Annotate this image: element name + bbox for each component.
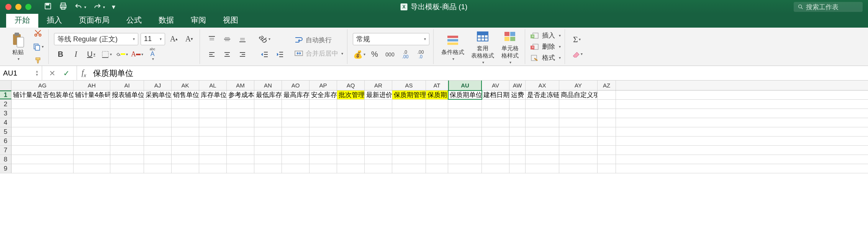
cell-AV5[interactable] <box>482 127 509 136</box>
italic-button[interactable]: I <box>69 48 82 61</box>
column-header-AS[interactable]: AS <box>392 81 426 90</box>
cell-AG9[interactable] <box>11 164 74 173</box>
cell-AH1[interactable]: 辅计量4条码 <box>74 91 110 99</box>
enter-formula-button[interactable]: ✓ <box>63 69 70 78</box>
number-format-select[interactable]: 常规▾ <box>353 33 429 45</box>
tab-home[interactable]: 开始 <box>6 13 38 28</box>
column-header-AW[interactable]: AW <box>509 81 526 90</box>
cell-AK5[interactable] <box>172 127 199 136</box>
cell-AP4[interactable] <box>310 118 337 127</box>
format-as-table-button[interactable]: 套用 表格格式▾ <box>469 28 496 65</box>
cell-AH7[interactable] <box>74 146 110 155</box>
cell-AU7[interactable] <box>448 146 482 155</box>
cell-AR9[interactable] <box>365 164 392 173</box>
column-header-AV[interactable]: AV <box>482 81 509 90</box>
column-header-AR[interactable]: AR <box>365 81 392 90</box>
cell-AV4[interactable] <box>482 118 509 127</box>
cell-AR1[interactable]: 最新进价 <box>365 91 392 99</box>
cell-AM5[interactable] <box>227 127 254 136</box>
cell-AN4[interactable] <box>254 118 282 127</box>
decrease-indent-button[interactable] <box>258 48 271 61</box>
cell-AW5[interactable] <box>509 127 526 136</box>
cell-AT7[interactable] <box>426 146 448 155</box>
column-header-AQ[interactable]: AQ <box>337 81 365 90</box>
cell-AG2[interactable] <box>11 100 74 109</box>
cell-AI7[interactable] <box>110 146 144 155</box>
cell-AM6[interactable] <box>227 137 254 145</box>
print-icon[interactable] <box>59 2 67 12</box>
cell-AL8[interactable] <box>199 155 227 164</box>
cell-AU6[interactable] <box>448 137 482 145</box>
merge-center-button[interactable]: 合并后居中 ▾ <box>294 49 343 58</box>
cell-AO2[interactable] <box>282 100 310 109</box>
column-header-AT[interactable]: AT <box>426 81 448 90</box>
cell-AS3[interactable] <box>392 109 426 118</box>
cell-AQ4[interactable] <box>337 118 365 127</box>
cell-AK7[interactable] <box>172 146 199 155</box>
column-header-AY[interactable]: AY <box>559 81 598 90</box>
cell-AO4[interactable] <box>282 118 310 127</box>
cell-AP8[interactable] <box>310 155 337 164</box>
cell-AR2[interactable] <box>365 100 392 109</box>
align-center-button[interactable] <box>221 48 234 61</box>
fx-label[interactable]: fx <box>77 68 91 78</box>
cell-AT1[interactable]: 保质期 <box>426 91 448 99</box>
cell-AX8[interactable] <box>526 155 559 164</box>
cell-AZ1[interactable] <box>598 91 616 99</box>
cell-AM2[interactable] <box>227 100 254 109</box>
cell-AN8[interactable] <box>254 155 282 164</box>
cell-AP9[interactable] <box>310 164 337 173</box>
cell-AW7[interactable] <box>509 146 526 155</box>
cell-AL3[interactable] <box>199 109 227 118</box>
search-sheet-input[interactable]: 搜索工作表 <box>794 2 863 12</box>
row-header-9[interactable]: 9 <box>0 164 11 173</box>
cell-AH9[interactable] <box>74 164 110 173</box>
cell-AW1[interactable]: 运费 <box>509 91 526 99</box>
column-header-AJ[interactable]: AJ <box>144 81 172 90</box>
font-color-button[interactable]: A▾ <box>131 48 144 61</box>
cell-AG4[interactable] <box>11 118 74 127</box>
insert-cells-button[interactable]: + 插入▾ <box>531 31 561 40</box>
cell-AT3[interactable] <box>426 109 448 118</box>
cell-AN5[interactable] <box>254 127 282 136</box>
cell-AX2[interactable] <box>526 100 559 109</box>
cell-AV1[interactable]: 建档日期 <box>482 91 509 99</box>
row-header-1[interactable]: 1 <box>0 91 11 99</box>
cell-AW8[interactable] <box>509 155 526 164</box>
cell-AI3[interactable] <box>110 109 144 118</box>
cell-AJ3[interactable] <box>144 109 172 118</box>
delete-cells-button[interactable]: × 删除▾ <box>531 42 561 51</box>
cell-AY1[interactable]: 商品自定义项 <box>559 91 598 99</box>
undo-icon[interactable]: ▾ <box>74 3 86 11</box>
cell-AG7[interactable] <box>11 146 74 155</box>
align-left-button[interactable] <box>205 48 218 61</box>
cell-AK9[interactable] <box>172 164 199 173</box>
cell-AV3[interactable] <box>482 109 509 118</box>
column-header-AN[interactable]: AN <box>254 81 282 90</box>
row-header-2[interactable]: 2 <box>0 100 11 109</box>
cell-AW9[interactable] <box>509 164 526 173</box>
cell-AG3[interactable] <box>11 109 74 118</box>
cell-AU8[interactable] <box>448 155 482 164</box>
cell-AJ7[interactable] <box>144 146 172 155</box>
qat-customize-icon[interactable]: ▾ <box>112 3 115 11</box>
cell-AK1[interactable]: 销售单位 <box>172 91 199 99</box>
tab-data[interactable]: 数据 <box>150 13 182 28</box>
cell-AT5[interactable] <box>426 127 448 136</box>
cell-AR7[interactable] <box>365 146 392 155</box>
cell-AV9[interactable] <box>482 164 509 173</box>
cell-AP6[interactable] <box>310 137 337 145</box>
cell-AL5[interactable] <box>199 127 227 136</box>
cell-AV8[interactable] <box>482 155 509 164</box>
tab-insert[interactable]: 插入 <box>38 13 70 28</box>
cell-AL9[interactable] <box>199 164 227 173</box>
cell-AV7[interactable] <box>482 146 509 155</box>
cell-AX3[interactable] <box>526 109 559 118</box>
cell-AH6[interactable] <box>74 137 110 145</box>
cell-AJ6[interactable] <box>144 137 172 145</box>
format-painter-button[interactable] <box>31 54 44 67</box>
underline-button[interactable]: U▾ <box>85 48 98 61</box>
cell-AX7[interactable] <box>526 146 559 155</box>
row-header-6[interactable]: 6 <box>0 137 11 145</box>
cell-AY2[interactable] <box>559 100 598 109</box>
